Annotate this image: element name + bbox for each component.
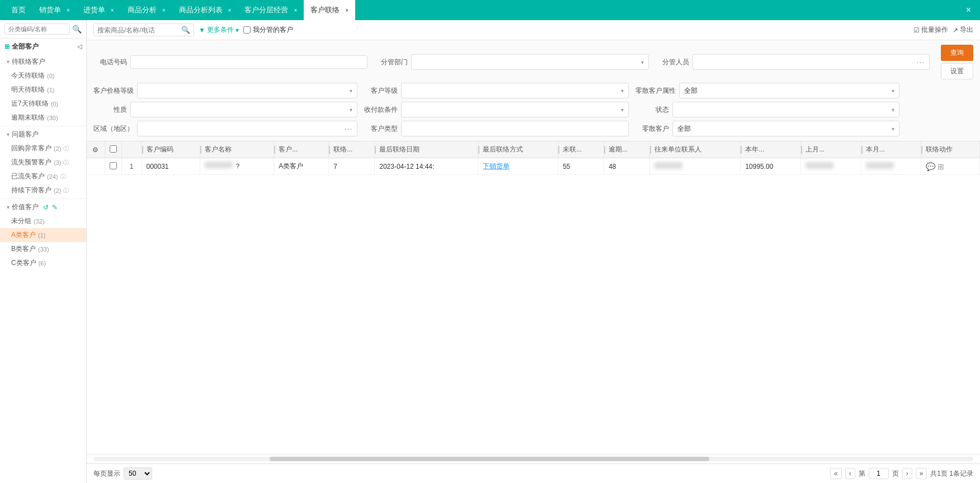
nature-select[interactable]: ▾ bbox=[130, 102, 357, 117]
declining-count: (2) bbox=[54, 187, 61, 194]
goods-analysis-list-tab-close[interactable]: × bbox=[228, 7, 232, 13]
nav-tab-goods-analysis-list[interactable]: 商品分析列表 × bbox=[172, 0, 238, 20]
pending-group-header[interactable]: ▾ 待联络客户 bbox=[0, 55, 86, 69]
sales-tab-close[interactable]: × bbox=[67, 7, 70, 13]
col-overdue[interactable]: 逾期... bbox=[604, 141, 650, 158]
purchase-tab-close[interactable]: × bbox=[111, 7, 114, 13]
col-name[interactable]: 客户名称 bbox=[200, 141, 274, 158]
close-all-tabs-button[interactable]: × bbox=[962, 5, 976, 15]
value-group-edit-icon[interactable]: ✎ bbox=[52, 203, 58, 211]
churned-info-icon[interactable]: ⓘ bbox=[60, 173, 66, 181]
retail-customer-select[interactable]: 全部 ▾ bbox=[672, 121, 899, 136]
my-customers-checkbox-container[interactable]: 我分管的客户 bbox=[243, 25, 293, 35]
my-customers-checkbox[interactable] bbox=[243, 26, 251, 34]
nav-tab-purchase[interactable]: 进货单 × bbox=[77, 0, 121, 20]
page-size-select[interactable]: 50 20 100 bbox=[124, 467, 152, 480]
class-a-label: A类客户 bbox=[11, 230, 36, 240]
collapse-sidebar-button[interactable]: ◁ bbox=[77, 43, 82, 50]
sidebar-item-class-c[interactable]: C类客户 (6) bbox=[0, 256, 86, 270]
col-check[interactable] bbox=[105, 141, 121, 158]
row-num-value: 1 bbox=[130, 163, 134, 171]
sidebar-item-declining[interactable]: 持续下滑客户 (2) ⓘ bbox=[0, 183, 86, 197]
retail-attr-select[interactable]: 全部 ▾ bbox=[679, 83, 899, 98]
filter-search-input[interactable] bbox=[97, 26, 179, 34]
row-checkbox[interactable] bbox=[110, 162, 117, 169]
col-action[interactable]: 联络动作 bbox=[921, 141, 980, 158]
customer-level-select[interactable]: ▾ bbox=[401, 83, 628, 98]
repurchase-abnormal-info-icon[interactable]: ⓘ bbox=[63, 145, 69, 153]
declining-label: 持续下滑客户 bbox=[11, 186, 51, 195]
grid-icon: ⊞ bbox=[4, 43, 10, 50]
payment-select[interactable]: ▾ bbox=[401, 102, 628, 117]
sidebar-item-repurchase-abnormal[interactable]: 回购异常客户 (2) ⓘ bbox=[0, 141, 86, 155]
declining-info-icon[interactable]: ⓘ bbox=[63, 187, 69, 195]
col-contact[interactable]: 联络... bbox=[329, 141, 375, 158]
prev-page-button[interactable]: ‹ bbox=[845, 468, 855, 479]
phone-input[interactable] bbox=[130, 55, 368, 69]
sidebar-item-7day-pending[interactable]: 近7天待联络 (0) bbox=[0, 97, 86, 111]
row-action-chat-icon[interactable]: 💬 bbox=[926, 162, 935, 171]
filter-search-icon[interactable]: 🔍 bbox=[181, 26, 190, 34]
nav-tab-customer-segment[interactable]: 客户分层经营 × bbox=[238, 0, 304, 20]
all-customers-header[interactable]: ⊞ 全部客户 ◁ bbox=[0, 39, 86, 55]
last-page-button[interactable]: » bbox=[916, 468, 927, 479]
nav-tab-goods-analysis[interactable]: 商品分析 × bbox=[121, 0, 172, 20]
status-select[interactable]: ▾ bbox=[672, 102, 899, 117]
col-this-month[interactable]: 本月... bbox=[861, 141, 921, 158]
nav-tab-sales[interactable]: 销货单 × bbox=[32, 0, 77, 20]
col-not-contact[interactable]: 未联... bbox=[558, 141, 604, 158]
churn-warning-info-icon[interactable]: ⓘ bbox=[63, 159, 69, 167]
sidebar-item-tomorrow-pending[interactable]: 明天待联络 (1) bbox=[0, 83, 86, 97]
customer-segment-tab-close[interactable]: × bbox=[294, 7, 297, 13]
col-code[interactable]: 客户编码 bbox=[142, 141, 200, 158]
sidebar-item-class-a[interactable]: A类客户 (1) bbox=[0, 228, 86, 242]
more-filters-button[interactable]: ▼ 更多条件 ▾ bbox=[199, 25, 239, 35]
customer-type-select[interactable] bbox=[401, 121, 628, 136]
row-action-link-icon[interactable]: ⊞ bbox=[937, 162, 944, 171]
settings-button[interactable]: 设置 bbox=[941, 63, 973, 79]
customer-contact-tab-close[interactable]: × bbox=[345, 7, 348, 13]
horizontal-scrollbar-track[interactable] bbox=[93, 457, 973, 461]
problem-group-header[interactable]: ▾ 问题客户 bbox=[0, 127, 86, 141]
sidebar-item-churned[interactable]: 已流失客户 (24) ⓘ bbox=[0, 169, 86, 183]
sidebar-item-class-b[interactable]: B类客户 (33) bbox=[0, 242, 86, 256]
price-level-select[interactable]: ▾ bbox=[137, 83, 357, 98]
nav-tab-customer-contact[interactable]: 客户联络 × bbox=[304, 0, 355, 20]
col-last-method[interactable]: 最后联络方式 bbox=[478, 141, 558, 158]
col-last-date[interactable]: 最后联络日期 bbox=[375, 141, 478, 158]
col-type[interactable]: 客户... bbox=[274, 141, 329, 158]
select-all-checkbox[interactable] bbox=[110, 145, 117, 153]
all-customers-label: 全部客户 bbox=[12, 42, 39, 51]
row-this-month-blurred bbox=[866, 162, 894, 169]
row-last-method-link[interactable]: 下销货单 bbox=[483, 162, 510, 170]
horizontal-scrollbar-thumb[interactable] bbox=[270, 457, 710, 461]
manager-select[interactable]: ··· bbox=[692, 54, 930, 70]
first-page-button[interactable]: « bbox=[830, 468, 842, 479]
row-check[interactable] bbox=[105, 158, 121, 175]
value-group-header[interactable]: ▾ 价值客户 ↺ ✎ bbox=[0, 200, 86, 214]
sidebar-item-unclassified[interactable]: 未分组 (32) bbox=[0, 214, 86, 228]
col-unit-contact[interactable]: 往来单位联系人 bbox=[650, 141, 741, 158]
query-button[interactable]: 查询 bbox=[941, 45, 973, 61]
col-this-year[interactable]: 本年... bbox=[741, 141, 801, 158]
price-level-arrow-icon: ▾ bbox=[350, 88, 352, 94]
next-page-button[interactable]: › bbox=[902, 468, 912, 479]
batch-op-button[interactable]: ☑ 批量操作 bbox=[913, 25, 948, 35]
customer-type-label: 客户类型 bbox=[364, 124, 398, 134]
sidebar-search-button[interactable]: 🔍 bbox=[72, 25, 82, 34]
goods-analysis-tab-close[interactable]: × bbox=[162, 7, 166, 13]
dept-select[interactable]: ▾ bbox=[411, 54, 648, 70]
sidebar-divider-1 bbox=[0, 126, 86, 126]
sidebar-item-churn-warning[interactable]: 流失预警客户 (3) ⓘ bbox=[0, 155, 86, 169]
col-last-month[interactable]: 上月... bbox=[801, 141, 861, 158]
sidebar-item-overdue-contact[interactable]: 逾期未联络 (30) bbox=[0, 111, 86, 125]
nav-tab-home[interactable]: 首页 bbox=[4, 0, 32, 20]
value-group-refresh-icon[interactable]: ↺ bbox=[43, 203, 49, 211]
page-number-input[interactable] bbox=[869, 468, 889, 479]
export-button[interactable]: ↗ 导出 bbox=[953, 25, 973, 35]
sidebar-search-input[interactable] bbox=[4, 23, 70, 35]
region-select[interactable]: ··· bbox=[137, 121, 357, 136]
filter-search-container: 🔍 bbox=[93, 23, 194, 36]
col-gear[interactable]: ⚙ bbox=[87, 141, 105, 158]
sidebar-item-today-pending[interactable]: 今天待联络 (0) bbox=[0, 69, 86, 83]
